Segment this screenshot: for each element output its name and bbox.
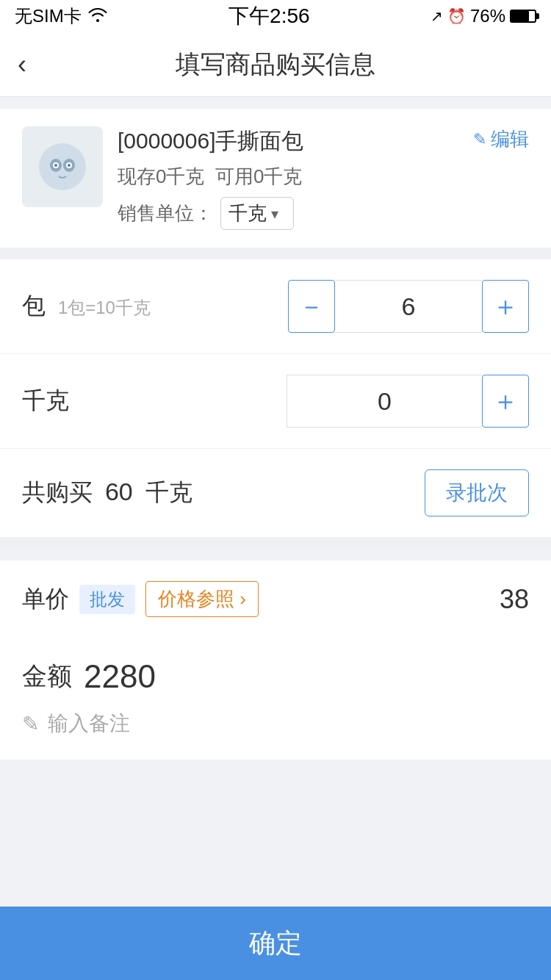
svg-point-5 — [54, 164, 57, 167]
batch-button[interactable]: 录批次 — [425, 469, 529, 516]
bag-minus-button[interactable]: － — [288, 280, 335, 333]
back-button[interactable]: ‹ — [18, 49, 26, 80]
price-value: 38 — [500, 584, 529, 615]
kg-qty-control: ＋ — [287, 375, 529, 428]
bag-qty-control: － ＋ — [288, 280, 529, 333]
kg-label: 千克 — [22, 385, 287, 417]
amount-label: 金额 — [22, 660, 72, 693]
product-unit-row: 销售单位： 千克 ▾ — [118, 197, 529, 230]
page-title: 填写商品购买信息 — [176, 48, 375, 82]
svg-point-6 — [68, 164, 71, 167]
note-text: 输入备注 — [48, 710, 130, 738]
wifi-icon — [87, 6, 108, 26]
product-card: [0000006]手撕面包 现存0千克 可用0千克 销售单位： 千克 ▾ ✎ 编… — [0, 109, 551, 248]
price-tag: 批发 — [79, 585, 135, 614]
unit-select[interactable]: 千克 ▾ — [220, 197, 294, 230]
price-label: 单价 — [22, 583, 69, 616]
carrier-text: 无SIM卡 — [15, 4, 82, 28]
input-section: 包 1包=10千克 － ＋ 千克 ＋ 共购买 60 千克 录批次 — [0, 259, 551, 537]
edit-label: 编辑 — [491, 126, 529, 152]
svg-point-0 — [39, 143, 86, 190]
status-right: ↗ ⏰ 76% — [431, 6, 536, 26]
amount-row: 金额 2280 — [0, 638, 551, 695]
section-divider-2 — [0, 537, 551, 549]
price-section: 单价 批发 价格参照 › 38 — [0, 561, 551, 638]
amount-value: 2280 — [84, 658, 156, 695]
note-row[interactable]: ✎ 输入备注 — [0, 695, 551, 760]
unit-label: 销售单位： — [118, 201, 213, 226]
product-info: [0000006]手撕面包 现存0千克 可用0千克 销售单位： 千克 ▾ — [118, 126, 529, 230]
bag-plus-button[interactable]: ＋ — [482, 280, 529, 333]
product-stock: 现存0千克 可用0千克 — [118, 164, 529, 190]
alarm-icon: ⏰ — [447, 7, 466, 25]
status-left: 无SIM卡 — [15, 4, 108, 28]
bag-qty-input[interactable] — [335, 280, 482, 333]
edit-icon: ✎ — [473, 130, 486, 149]
bag-hint: 1包=10千克 — [58, 298, 151, 317]
total-amount: 60 — [105, 478, 133, 505]
battery-icon — [510, 10, 536, 23]
dropdown-icon: ▾ — [271, 205, 278, 223]
confirm-bar[interactable]: 确定 — [0, 907, 551, 980]
product-image — [22, 126, 103, 207]
section-divider-1 — [0, 248, 551, 259]
total-text: 共购买 60 千克 — [22, 477, 192, 509]
pencil-icon: ✎ — [22, 712, 39, 736]
status-bar: 无SIM卡 下午2:56 ↗ ⏰ 76% — [0, 0, 551, 32]
kg-input-row: 千克 ＋ — [0, 354, 551, 449]
unit-value: 千克 — [228, 201, 267, 226]
kg-qty-input[interactable] — [287, 375, 482, 428]
product-name: [0000006]手撕面包 — [118, 126, 529, 156]
status-time: 下午2:56 — [228, 2, 310, 30]
nav-bar: ‹ 填写商品购买信息 — [0, 32, 551, 97]
kg-plus-button[interactable]: ＋ — [482, 375, 529, 428]
location-icon: ↗ — [431, 7, 443, 25]
bag-input-row: 包 1包=10千克 － ＋ — [0, 259, 551, 354]
confirm-text: 确定 — [249, 926, 302, 962]
battery-percent: 76% — [470, 6, 505, 26]
total-row: 共购买 60 千克 录批次 — [0, 449, 551, 537]
bag-label: 包 1包=10千克 — [22, 290, 288, 323]
edit-button[interactable]: ✎ 编辑 — [473, 126, 529, 152]
price-ref-button[interactable]: 价格参照 › — [145, 581, 259, 617]
